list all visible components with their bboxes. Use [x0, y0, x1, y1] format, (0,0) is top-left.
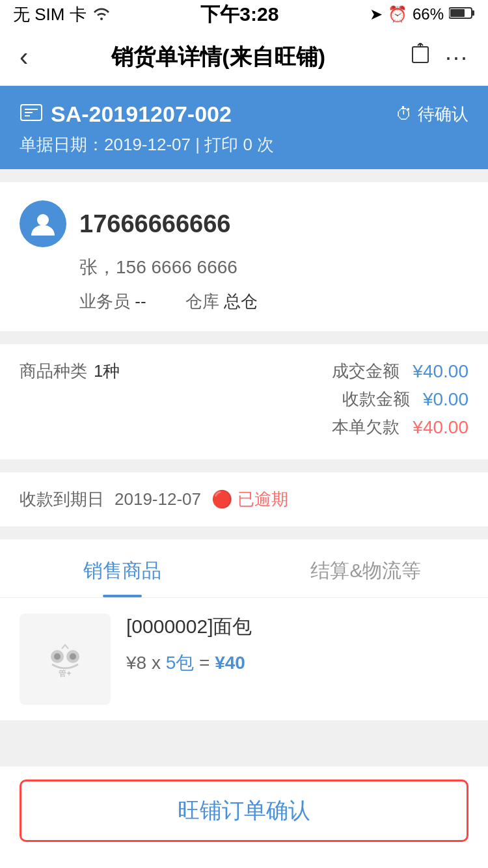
svg-point-9	[37, 214, 49, 226]
customer-card: 17666666666 张，156 6666 6666 业务员 -- 仓库 总仓	[0, 182, 488, 331]
page-title: 销货单详情(来自旺铺)	[111, 42, 325, 72]
svg-rect-3	[413, 47, 428, 62]
nav-right: ···	[409, 43, 468, 71]
share-icon[interactable]	[409, 43, 432, 71]
equals-sign: =	[199, 653, 210, 673]
status-time: 下午3:28	[200, 1, 278, 28]
svg-rect-1	[472, 10, 474, 16]
back-button[interactable]: ‹	[20, 42, 28, 72]
amounts-section: 成交金额 ¥40.00 收款金额 ¥0.00 本单欠款 ¥40.00	[332, 360, 468, 444]
clock-icon: ⏱	[396, 104, 413, 124]
tabs-header: 销售商品 结算&物流等	[0, 539, 488, 598]
product-image: 管+	[20, 614, 111, 705]
warehouse-label: 仓库 总仓	[185, 290, 258, 313]
price-base: ¥8 x	[126, 653, 161, 673]
avatar	[20, 200, 66, 247]
product-info: [0000002]面包 ¥8 x 5包 = ¥40	[126, 614, 468, 675]
svg-point-13	[70, 653, 76, 660]
tabs-container: 销售商品 结算&物流等 管+ [0000002]面包 ¥8 x 5包 = ¥40	[0, 539, 488, 720]
due-date-card: 收款到期日 2019-12-07 🔴 已逾期	[0, 472, 488, 526]
order-status: ⏱ 待确认	[396, 103, 468, 126]
overdue-badge: 🔴 已逾期	[211, 488, 288, 511]
confirm-order-button[interactable]: 旺铺订单确认	[20, 780, 468, 842]
price-total: ¥40	[215, 653, 245, 673]
nav-left: ‹	[20, 42, 28, 72]
due-date-label: 收款到期日	[20, 488, 104, 511]
customer-meta: 业务员 -- 仓库 总仓	[79, 290, 468, 313]
carrier-label: 无 SIM 卡	[13, 3, 87, 26]
battery-level: 66%	[413, 5, 444, 23]
summary-card: 商品种类 1种 成交金额 ¥40.00 收款金额 ¥0.00 本单欠款 ¥40.…	[0, 344, 488, 459]
price-quantity: 5包	[166, 653, 195, 673]
more-icon[interactable]: ···	[445, 44, 468, 71]
salesperson-label: 业务员 --	[79, 290, 146, 313]
customer-name: 张，156 6666 6666	[79, 255, 468, 280]
alarm-icon: ⏰	[388, 5, 407, 23]
order-id: SA-20191207-002	[20, 102, 232, 127]
warning-icon: 🔴	[211, 489, 232, 509]
product-card: 管+ [0000002]面包 ¥8 x 5包 = ¥40	[0, 598, 488, 720]
status-right: ➤ ⏰ 66%	[370, 5, 475, 23]
bottom-bar: 旺铺订单确认	[0, 766, 488, 868]
product-price-row: ¥8 x 5包 = ¥40	[126, 651, 468, 675]
status-left: 无 SIM 卡	[13, 3, 110, 26]
overdue-text: 已逾期	[237, 488, 288, 511]
order-icon	[20, 102, 43, 127]
svg-text:管+: 管+	[59, 669, 71, 678]
customer-phone: 17666666666	[79, 210, 230, 238]
order-header: SA-20191207-002 ⏱ 待确认 单据日期：2019-12-07 | …	[0, 86, 488, 169]
order-date: 单据日期：2019-12-07 | 打印 0 次	[20, 133, 468, 156]
due-date-value: 2019-12-07	[115, 489, 201, 509]
product-name: [0000002]面包	[126, 614, 468, 640]
location-icon: ➤	[370, 5, 383, 23]
status-bar: 无 SIM 卡 下午3:28 ➤ ⏰ 66%	[0, 0, 488, 29]
svg-rect-2	[450, 9, 465, 17]
svg-point-12	[54, 653, 61, 660]
battery-icon	[449, 5, 475, 23]
tab-settlement[interactable]: 结算&物流等	[244, 539, 488, 597]
product-type-section: 商品种类 1种	[20, 360, 120, 383]
tab-sales-product[interactable]: 销售商品	[0, 539, 244, 597]
wifi-icon	[93, 5, 110, 25]
nav-bar: ‹ 销货单详情(来自旺铺) ···	[0, 29, 488, 86]
